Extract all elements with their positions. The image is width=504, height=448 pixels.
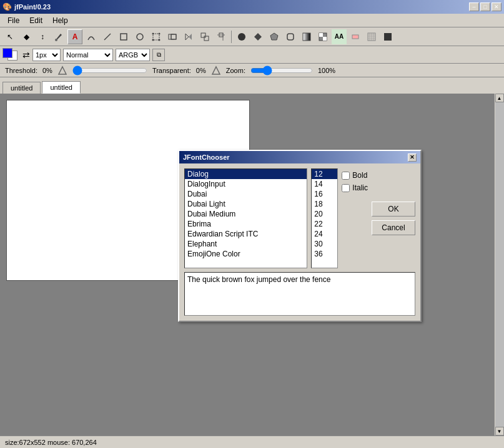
svg-rect-15 xyxy=(204,36,209,41)
svg-rect-35 xyxy=(384,33,392,41)
font-style-options: Bold Italic xyxy=(342,168,368,268)
svg-marker-20 xyxy=(254,33,262,41)
svg-marker-21 xyxy=(270,33,278,40)
poly-fill-tool[interactable] xyxy=(267,29,282,44)
svg-point-6 xyxy=(159,32,161,34)
bold-checkbox[interactable] xyxy=(342,172,350,180)
pattern-tool[interactable] xyxy=(364,29,379,44)
transparent-value: 0% xyxy=(196,67,206,74)
font-list-item[interactable]: Dialog xyxy=(185,169,307,179)
transparent-slider-icon xyxy=(211,66,221,75)
font-preview-text: The quick brown fox jumped over the fenc… xyxy=(187,275,330,284)
title-bar-left: 🎨 jfPaint/0.23 xyxy=(2,2,51,11)
black-square-tool[interactable] xyxy=(380,29,395,44)
italic-checkbox[interactable] xyxy=(342,184,350,192)
threshold-value: 0% xyxy=(42,67,52,74)
title-bar-controls: – □ ✕ xyxy=(469,2,502,11)
font-list-item[interactable]: DialogInput xyxy=(185,179,307,189)
font-list-item[interactable]: Dubai xyxy=(185,189,307,199)
menu-help[interactable]: Help xyxy=(47,15,73,26)
flip-h-tool[interactable] xyxy=(181,29,196,44)
italic-label: Italic xyxy=(352,183,368,192)
minimize-button[interactable]: – xyxy=(469,2,479,11)
bold-checkbox-row: Bold xyxy=(342,171,368,180)
eraser-tool[interactable] xyxy=(348,29,363,44)
rect-tool[interactable] xyxy=(116,29,131,44)
zoom-slider[interactable] xyxy=(250,66,313,75)
title-bar-title: jfPaint/0.23 xyxy=(14,3,51,11)
maximize-button[interactable]: □ xyxy=(480,2,490,11)
text-tool[interactable]: A xyxy=(67,29,82,44)
font-chooser-dialog: JFontChooser ✕ Dialog DialogInput Dubai … xyxy=(178,150,422,322)
status-bar: size:672x552 mouse: 670,264 xyxy=(0,436,504,448)
font-list-item[interactable]: Ebrima xyxy=(185,219,307,229)
circle-fill-tool[interactable] xyxy=(234,29,249,44)
main-toolbar: ↖ ◆ ↕ A AA xyxy=(0,27,504,46)
checker-tool[interactable] xyxy=(315,29,330,44)
font-list-item[interactable]: EmojiOne Color xyxy=(185,249,307,259)
text-aa-tool[interactable]: AA xyxy=(332,29,347,44)
font-dialog-close-button[interactable]: ✕ xyxy=(408,153,417,162)
blend-mode-select[interactable]: NormalMultiplyScreen xyxy=(63,49,113,61)
font-list-item[interactable]: Edwardian Script ITC xyxy=(185,229,307,239)
font-list[interactable]: Dialog DialogInput Dubai Dubai Light Dub… xyxy=(185,169,307,268)
menu-bar: File Edit Help xyxy=(0,14,504,27)
scroll-track[interactable] xyxy=(495,102,504,427)
fill-tool[interactable]: ◆ xyxy=(19,29,34,44)
threshold-slider[interactable] xyxy=(72,66,147,75)
bold-label: Bold xyxy=(352,171,367,180)
options-bar: Threshold: 0% Transparent: 0% Zoom: 100% xyxy=(0,64,504,77)
crop-tool[interactable] xyxy=(214,29,229,44)
brush-tool[interactable] xyxy=(51,29,66,44)
font-size-item[interactable]: 20 xyxy=(312,209,337,219)
close-button[interactable]: ✕ xyxy=(492,2,502,11)
font-list-item[interactable]: Dubai Light xyxy=(185,199,307,209)
font-size-item[interactable]: 18 xyxy=(312,199,337,209)
tab-1[interactable]: untitled xyxy=(42,81,80,94)
font-list-container: Dialog DialogInput Dubai Dubai Light Dub… xyxy=(184,168,307,268)
font-size-list[interactable]: 12 14 16 18 20 22 24 30 36 xyxy=(311,168,338,268)
font-size-item[interactable]: 36 xyxy=(312,249,337,259)
threshold-slider-icon xyxy=(57,66,67,75)
font-list-item[interactable]: Elephant xyxy=(185,239,307,249)
fore-color-swatch[interactable] xyxy=(2,48,12,58)
font-size-item[interactable]: 24 xyxy=(312,229,337,239)
font-list-item[interactable]: Dubai Medium xyxy=(185,209,307,219)
scroll-down-button[interactable]: ▼ xyxy=(495,427,504,436)
font-ok-button[interactable]: OK xyxy=(372,202,415,217)
swap-colors-button[interactable]: ⇄ xyxy=(22,50,30,60)
ellipse-tool[interactable] xyxy=(132,29,147,44)
font-size-item[interactable]: 12 xyxy=(312,169,337,179)
line-tool[interactable] xyxy=(100,29,115,44)
scroll-up-button[interactable]: ▲ xyxy=(495,94,504,102)
size-select[interactable]: 1px2px3px xyxy=(32,49,61,61)
font-size-item[interactable]: 16 xyxy=(312,189,337,199)
svg-rect-4 xyxy=(153,34,159,40)
tab-0[interactable]: untitled xyxy=(2,82,41,94)
tabs-bar: untitled untitled xyxy=(0,77,504,94)
pointer-tool[interactable]: ↖ xyxy=(2,29,17,44)
color-mode-select[interactable]: ARGBRGB xyxy=(116,49,150,61)
menu-file[interactable]: File xyxy=(2,15,24,26)
clone-tool[interactable] xyxy=(165,29,180,44)
gradient-tool[interactable] xyxy=(299,29,314,44)
svg-rect-14 xyxy=(201,33,205,37)
svg-point-5 xyxy=(152,32,154,34)
vertical-scrollbar[interactable]: ▲ ▼ xyxy=(494,94,504,436)
menu-edit[interactable]: Edit xyxy=(24,15,47,26)
curve-tool[interactable] xyxy=(84,29,99,44)
svg-line-1 xyxy=(104,34,111,40)
diamond-tool[interactable] xyxy=(250,29,265,44)
font-cancel-button[interactable]: Cancel xyxy=(372,220,415,235)
resize-tool[interactable] xyxy=(197,29,212,44)
move-tool[interactable]: ↕ xyxy=(35,29,50,44)
transform-tool[interactable] xyxy=(149,29,164,44)
font-size-item[interactable]: 22 xyxy=(312,219,337,229)
svg-rect-23 xyxy=(303,33,310,41)
copy-button[interactable]: ⧉ xyxy=(152,49,165,61)
rounded-rect-tool[interactable] xyxy=(283,29,298,44)
font-size-item[interactable]: 14 xyxy=(312,179,337,189)
svg-rect-10 xyxy=(171,34,176,39)
font-size-item[interactable]: 30 xyxy=(312,239,337,249)
svg-rect-25 xyxy=(319,33,323,37)
